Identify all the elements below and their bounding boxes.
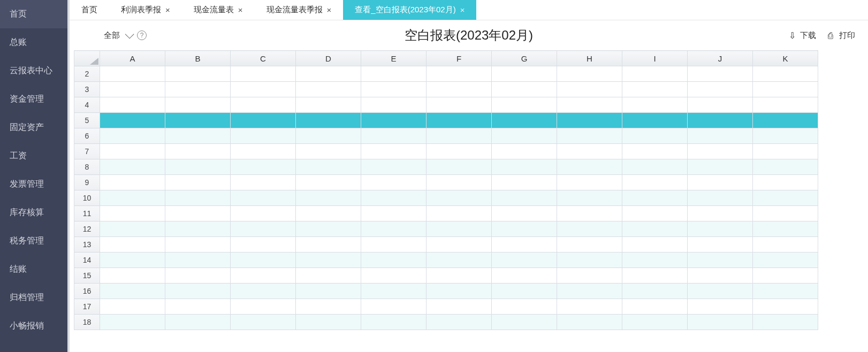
close-icon[interactable] <box>165 6 170 14</box>
cell-K5[interactable] <box>753 113 818 128</box>
cell-J8[interactable] <box>688 159 753 175</box>
cell-G7[interactable] <box>492 144 557 159</box>
cell-J18[interactable] <box>688 315 753 330</box>
cell-F12[interactable] <box>427 221 492 237</box>
cell-F11[interactable] <box>427 206 492 221</box>
cell-E7[interactable] <box>361 144 427 159</box>
close-icon[interactable] <box>327 6 332 14</box>
cell-F6[interactable] <box>427 128 492 144</box>
cell-F3[interactable] <box>427 82 492 97</box>
sidebar-item-6[interactable]: 发票管理 <box>0 170 67 198</box>
cell-E15[interactable] <box>361 268 427 284</box>
row-header-5[interactable]: 5 <box>74 113 100 128</box>
cell-F9[interactable] <box>427 175 492 190</box>
cell-I11[interactable] <box>622 206 688 221</box>
cell-B4[interactable] <box>165 97 231 113</box>
cell-J4[interactable] <box>688 97 753 113</box>
cell-E10[interactable] <box>361 190 427 206</box>
cell-I16[interactable] <box>622 284 688 299</box>
cell-H3[interactable] <box>557 82 622 97</box>
column-header-B[interactable]: B <box>165 51 231 66</box>
cell-C2[interactable] <box>231 66 296 82</box>
cell-C11[interactable] <box>231 206 296 221</box>
cell-K10[interactable] <box>753 190 818 206</box>
cell-C17[interactable] <box>231 299 296 315</box>
cell-I5[interactable] <box>622 113 688 128</box>
cell-K14[interactable] <box>753 252 818 268</box>
cell-D18[interactable] <box>296 315 361 330</box>
cell-G11[interactable] <box>492 206 557 221</box>
cell-B16[interactable] <box>165 284 231 299</box>
column-header-D[interactable]: D <box>296 51 361 66</box>
cell-A14[interactable] <box>100 252 165 268</box>
cell-G12[interactable] <box>492 221 557 237</box>
cell-G6[interactable] <box>492 128 557 144</box>
download-button[interactable]: 下载 <box>789 30 816 41</box>
cell-C5[interactable] <box>231 113 296 128</box>
cell-E3[interactable] <box>361 82 427 97</box>
sidebar-item-0[interactable]: 首页 <box>0 0 67 28</box>
column-header-H[interactable]: H <box>557 51 622 66</box>
cell-K8[interactable] <box>753 159 818 175</box>
cell-D4[interactable] <box>296 97 361 113</box>
cell-I17[interactable] <box>622 299 688 315</box>
cell-D14[interactable] <box>296 252 361 268</box>
cell-H16[interactable] <box>557 284 622 299</box>
row-header-14[interactable]: 14 <box>74 252 100 268</box>
row-header-16[interactable]: 16 <box>74 284 100 299</box>
cell-I10[interactable] <box>622 190 688 206</box>
cell-C6[interactable] <box>231 128 296 144</box>
cell-D11[interactable] <box>296 206 361 221</box>
cell-G17[interactable] <box>492 299 557 315</box>
tab-4[interactable]: 查看_空白报表(2023年02月) <box>343 0 476 20</box>
row-header-8[interactable]: 8 <box>74 159 100 175</box>
cell-A5[interactable] <box>100 113 165 128</box>
row-header-6[interactable]: 6 <box>74 128 100 144</box>
cell-D3[interactable] <box>296 82 361 97</box>
cell-C13[interactable] <box>231 237 296 252</box>
cell-K3[interactable] <box>753 82 818 97</box>
spreadsheet[interactable]: ABCDEFGHIJK23456789101112131415161718 <box>70 50 868 352</box>
cell-A17[interactable] <box>100 299 165 315</box>
cell-F17[interactable] <box>427 299 492 315</box>
cell-F15[interactable] <box>427 268 492 284</box>
cell-A16[interactable] <box>100 284 165 299</box>
cell-J14[interactable] <box>688 252 753 268</box>
column-header-K[interactable]: K <box>753 51 818 66</box>
cell-K12[interactable] <box>753 221 818 237</box>
cell-E12[interactable] <box>361 221 427 237</box>
cell-J13[interactable] <box>688 237 753 252</box>
cell-D12[interactable] <box>296 221 361 237</box>
sidebar-item-7[interactable]: 库存核算 <box>0 198 67 227</box>
cell-B10[interactable] <box>165 190 231 206</box>
cell-G3[interactable] <box>492 82 557 97</box>
cell-H8[interactable] <box>557 159 622 175</box>
cell-I13[interactable] <box>622 237 688 252</box>
sidebar-item-11[interactable]: 小畅报销 <box>0 312 67 340</box>
cell-F5[interactable] <box>427 113 492 128</box>
column-header-I[interactable]: I <box>622 51 688 66</box>
cell-G8[interactable] <box>492 159 557 175</box>
cell-G10[interactable] <box>492 190 557 206</box>
cell-K4[interactable] <box>753 97 818 113</box>
cell-H9[interactable] <box>557 175 622 190</box>
cell-C8[interactable] <box>231 159 296 175</box>
cell-K15[interactable] <box>753 268 818 284</box>
sidebar-item-9[interactable]: 结账 <box>0 255 67 284</box>
row-header-15[interactable]: 15 <box>74 268 100 284</box>
cell-I12[interactable] <box>622 221 688 237</box>
cell-F7[interactable] <box>427 144 492 159</box>
cell-D17[interactable] <box>296 299 361 315</box>
cell-B3[interactable] <box>165 82 231 97</box>
cell-B18[interactable] <box>165 315 231 330</box>
cell-D9[interactable] <box>296 175 361 190</box>
cell-I4[interactable] <box>622 97 688 113</box>
cell-A3[interactable] <box>100 82 165 97</box>
cell-A12[interactable] <box>100 221 165 237</box>
cell-B11[interactable] <box>165 206 231 221</box>
cell-C9[interactable] <box>231 175 296 190</box>
cell-D6[interactable] <box>296 128 361 144</box>
sidebar-item-3[interactable]: 资金管理 <box>0 85 67 113</box>
cell-C3[interactable] <box>231 82 296 97</box>
cell-F13[interactable] <box>427 237 492 252</box>
